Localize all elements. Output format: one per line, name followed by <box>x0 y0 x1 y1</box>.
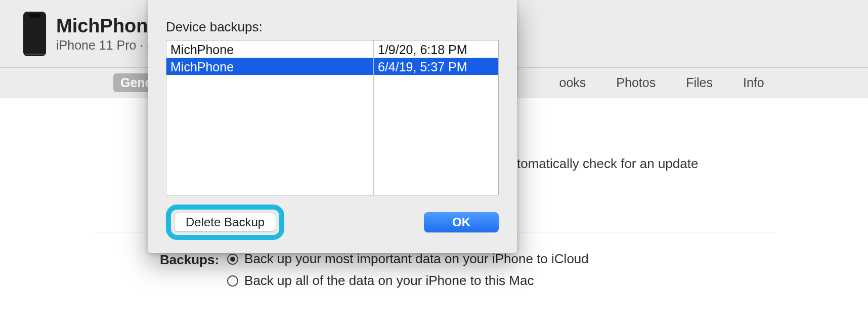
table-row[interactable]: 6/4/19, 5:37 PM <box>374 58 498 75</box>
backups-column-name: MichPhone MichPhone <box>166 40 374 195</box>
backups-label: Backups: <box>160 252 219 268</box>
backup-option-mac[interactable]: Back up all of the data on your iPhone t… <box>227 273 589 289</box>
tab-info[interactable]: Info <box>736 73 771 92</box>
ok-button[interactable]: OK <box>424 212 499 232</box>
tab-books[interactable]: ooks <box>552 73 593 92</box>
update-check-text: tomatically check for an update <box>517 156 698 172</box>
backup-option-mac-label: Back up all of the data on your iPhone t… <box>244 273 534 289</box>
phone-icon <box>23 12 46 56</box>
table-row[interactable]: MichPhone <box>166 58 373 75</box>
delete-backup-button[interactable]: Delete Backup <box>174 213 276 232</box>
manage-backups-sheet: Device backups: MichPhone MichPhone 1/9/… <box>148 0 517 253</box>
device-title-block: MichPhone iPhone 11 Pro · 5 <box>56 15 159 53</box>
backups-column-date: 1/9/20, 6:18 PM 6/4/19, 5:37 PM <box>374 40 498 195</box>
backup-option-icloud[interactable]: Back up your most important data on your… <box>227 251 589 267</box>
backup-radio-group: Back up your most important data on your… <box>227 251 589 289</box>
sheet-footer: Delete Backup OK <box>166 205 499 240</box>
radio-icon <box>227 275 238 287</box>
sheet-title: Device backups: <box>166 19 499 35</box>
table-row[interactable]: 1/9/20, 6:18 PM <box>374 40 498 58</box>
backups-section: Backups: Back up your most important dat… <box>160 251 589 289</box>
radio-icon <box>227 254 238 265</box>
tab-photos[interactable]: Photos <box>609 73 663 92</box>
backup-option-icloud-label: Back up your most important data on your… <box>244 251 589 267</box>
table-row[interactable]: MichPhone <box>166 40 373 58</box>
tab-files[interactable]: Files <box>679 73 720 92</box>
device-name: MichPhone <box>56 15 159 37</box>
backups-table[interactable]: MichPhone MichPhone 1/9/20, 6:18 PM 6/4/… <box>166 40 499 195</box>
delete-backup-highlight: Delete Backup <box>166 205 284 240</box>
device-subtitle: iPhone 11 Pro · 5 <box>56 38 159 53</box>
